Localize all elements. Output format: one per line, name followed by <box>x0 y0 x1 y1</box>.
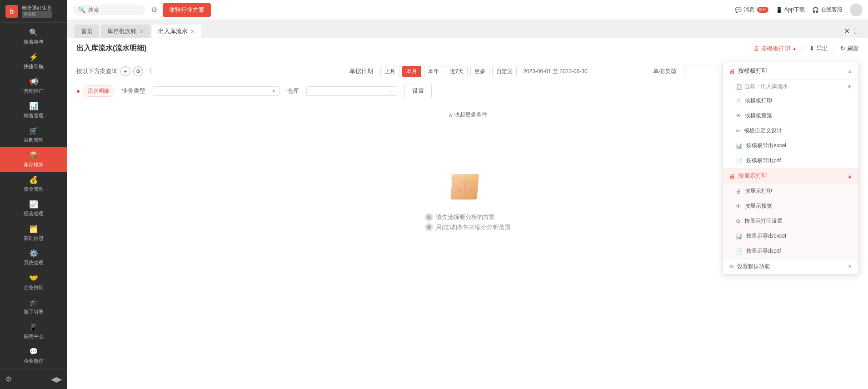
empty-box-svg <box>449 170 486 201</box>
quick-nav-icon: ⚡ <box>29 53 38 61</box>
dropdown-footer[interactable]: ⚙ 设置默认功能 ▼ <box>723 259 858 274</box>
filter-add-btn[interactable]: + <box>120 66 130 76</box>
sidebar-item-app-center[interactable]: 📱 应用中心 <box>0 319 67 344</box>
tab-home[interactable]: 首页 <box>75 25 99 38</box>
gear-icon[interactable]: ⚙ <box>151 5 157 14</box>
tab-inventory-batch-close[interactable]: ✕ <box>140 29 144 35</box>
sidebar-item-member[interactable]: 👑 畅会员 <box>0 368 67 369</box>
sidebar-item-finance[interactable]: 💰 资金管理 <box>0 172 67 196</box>
template-design-label: 模板自定义设计 <box>744 127 782 135</box>
search-input[interactable] <box>88 7 134 13</box>
hint-item-1: ① 请先选择要分析的方案 <box>425 213 510 221</box>
sidebar-item-search[interactable]: 🔍 搜索菜单 <box>0 25 67 49</box>
display-pdf-label: 按显示导出pdf <box>746 247 781 255</box>
refresh-icon: ↻ <box>840 45 845 52</box>
sidebar-item-purchase-label: 采购管理 <box>24 137 44 144</box>
sales-icon: 📊 <box>29 102 38 110</box>
inventory-icon: 📦 <box>29 151 38 160</box>
date-btn-7days[interactable]: 近7天 <box>446 66 468 77</box>
tab-inventory-flow-close[interactable]: ✕ <box>190 29 195 35</box>
sidebar-item-purchase[interactable]: 🛒 采购管理 <box>0 123 67 147</box>
app-version: 标准版 <box>22 11 52 18</box>
filter-settings-btn[interactable]: ⚙ <box>133 66 143 76</box>
headset-icon: 🎧 <box>812 7 819 13</box>
section2-header[interactable]: 🖨 按显示打印 ▲ <box>723 168 858 184</box>
dropdown-item-template-design[interactable]: ✏ 模板自定义设计 <box>723 123 858 138</box>
settings-btn[interactable]: 设置 <box>404 84 432 98</box>
filter-tag[interactable]: 流水明细 <box>83 85 115 97</box>
search-icon: 🔍 <box>78 6 85 13</box>
divider2: | <box>833 45 835 52</box>
tag-icon: ● <box>76 87 80 95</box>
collapse-btn[interactable]: ∧ 收起更多条件 <box>449 107 487 122</box>
wechat-icon: 💬 <box>29 347 38 356</box>
warehouse-select[interactable]: ··· <box>306 86 397 96</box>
app-download-action[interactable]: 📱 App下载 <box>776 6 805 14</box>
basic-info-icon: 🗂️ <box>29 224 38 233</box>
date-btn-this-year[interactable]: 本年 <box>424 66 443 77</box>
date-btn-more[interactable]: 更多 <box>470 66 489 77</box>
sidebar-item-guide[interactable]: 🎓 新手引导 <box>0 294 67 319</box>
mobile-icon: 📱 <box>776 7 783 13</box>
display-pdf-icon: 📄 <box>736 248 743 254</box>
dropdown-item-display-pdf[interactable]: 📄 按显示导出pdf <box>723 244 858 259</box>
dropdown-item-display-preview[interactable]: 👁 按显示预览 <box>723 199 858 214</box>
sidebar-item-sales[interactable]: 📊 销售管理 <box>0 98 67 123</box>
search-box[interactable]: 🔍 <box>73 5 145 15</box>
topbar-actions: 💬 消息 99+ 📱 App下载 🎧 在线客服 <box>735 4 863 16</box>
dropdown-item-template-print[interactable]: 🖨 按模板打印 <box>723 93 858 108</box>
sidebar-item-marketing[interactable]: 📢 营销推广 <box>0 74 67 98</box>
export-btn[interactable]: ⬇ 导出 <box>809 45 828 53</box>
export-label: 导出 <box>816 45 828 53</box>
dropdown-item-display-excel[interactable]: 📊 按显示导出excel <box>723 229 858 244</box>
sidebar-item-inventory[interactable]: 📦 库存核算 <box>0 147 67 172</box>
current-setting: 📋 当前：出入库流水 ▼ <box>723 80 858 93</box>
tab-inventory-flow[interactable]: 出入库流水 ✕ <box>152 25 201 38</box>
dropdown-item-template-pdf[interactable]: 📄 按模板导出pdf <box>723 153 858 168</box>
template-print-btn[interactable]: 🖨 按模板打印 ▲ <box>753 45 797 53</box>
dropdown-item-template-excel[interactable]: 📊 按模板导出excel <box>723 138 858 153</box>
svg-rect-1 <box>451 174 479 180</box>
page-title: 出入库流水(流水明细) <box>76 44 147 53</box>
user-avatar[interactable] <box>850 4 863 16</box>
collapse-sidebar-icon[interactable]: ◀▶ <box>51 375 62 384</box>
footer-settings-icon: ⚙ <box>729 264 734 270</box>
sidebar-item-system[interactable]: ⚙️ 系统管理 <box>0 245 67 270</box>
date-btn-custom[interactable]: 自定义 <box>492 66 517 77</box>
settings-footer-icon[interactable]: ⚙ <box>5 375 12 384</box>
hint-num-1: ① <box>425 213 433 221</box>
sidebar-item-basic-info[interactable]: 🗂️ 基础信息 <box>0 221 67 245</box>
dropdown-item-template-preview[interactable]: 👁 按模板预览 <box>723 108 858 123</box>
sidebar-item-operations[interactable]: 📈 经营管理 <box>0 196 67 221</box>
sidebar-item-sales-label: 销售管理 <box>24 112 44 119</box>
date-btn-last-month[interactable]: 上月 <box>380 66 399 77</box>
sidebar-item-enterprise[interactable]: 🤝 企业协同 <box>0 270 67 294</box>
svg-point-3 <box>458 189 461 191</box>
app-download-label: App下载 <box>784 6 805 14</box>
date-options: 上月 本月 本年 近7天 更多 自定义 2023-06-01 至 2023-06… <box>380 66 646 77</box>
empty-state-image <box>449 170 486 206</box>
tab-inventory-batch[interactable]: 库存批次账 ✕ <box>101 25 150 38</box>
date-btn-this-month[interactable]: 本月 <box>402 66 421 77</box>
current-label: 当前：出入库流水 <box>744 83 788 90</box>
content-area: 出入库流水(流水明细) 🖨 按模板打印 ▲ | ⬇ 导出 | ↻ <box>67 38 868 389</box>
message-action[interactable]: 💬 消息 99+ <box>735 6 768 14</box>
message-label: 消息 <box>743 6 754 14</box>
filter-collapse-btn[interactable]: 《 <box>146 67 152 75</box>
sidebar-item-wechat[interactable]: 💬 企业微信 <box>0 344 67 368</box>
enterprise-icon: 🤝 <box>29 274 38 282</box>
template-excel-icon: 📊 <box>736 143 743 149</box>
section2-icon: 🖨 <box>729 173 735 180</box>
sidebar-item-quick-nav[interactable]: ⚡ 快捷导航 <box>0 49 67 74</box>
trial-btn[interactable]: 体验行业方案 <box>163 3 211 17</box>
dropdown-item-display-settings[interactable]: ⚙ 按显示打印设置 <box>723 214 858 229</box>
refresh-btn[interactable]: ↻ 刷新 <box>840 45 859 53</box>
dropdown-item-display-print[interactable]: 🖨 按显示打印 <box>723 184 858 199</box>
expand-tab-btn[interactable]: ⛶ <box>853 27 861 35</box>
business-type-arrow-icon: ▼ <box>272 89 276 94</box>
online-service-action[interactable]: 🎧 在线客服 <box>812 6 843 14</box>
display-preview-label: 按显示预览 <box>745 202 772 210</box>
close-tab-btn[interactable]: ✕ <box>844 27 850 35</box>
warehouse-label: 仓库 <box>287 87 299 95</box>
business-type-select[interactable]: ▼ <box>153 86 280 96</box>
